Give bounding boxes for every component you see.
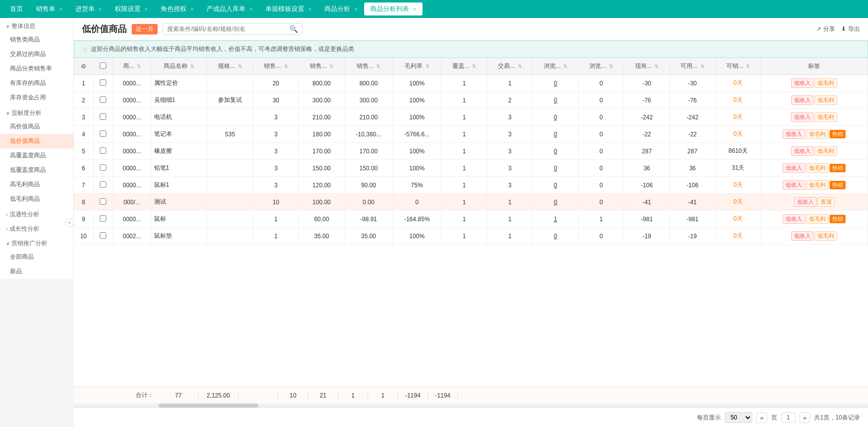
close-icon[interactable]: × [308,6,311,12]
row-checkbox[interactable] [93,228,113,245]
row-view1[interactable]: 0 [533,109,579,126]
row-checkbox[interactable] [93,109,113,126]
row-view1[interactable]: 0 [533,194,579,211]
nav-home[interactable]: 首页 [4,2,29,15]
view1-link[interactable]: 0 [554,199,557,206]
col-checkbox[interactable] [93,58,113,75]
export-button[interactable]: ⬇ 导出 [841,25,860,33]
search-icon[interactable]: 🔍 [289,25,298,33]
col-spec[interactable]: 规格... ⇅ [207,58,253,75]
col-available[interactable]: 可用... ⇅ [669,58,715,75]
data-table-container[interactable]: ⚙ 商... ⇅ 商品名称 ⇅ 规格... ⇅ 销售... ⇅ 销售... ⇅ … [74,58,868,387]
next-page-button[interactable]: » [800,413,810,423]
row-checkbox[interactable] [93,75,113,92]
page-size-select[interactable]: 50 100 [725,412,752,423]
sidebar-collapse-button[interactable]: « [65,218,74,227]
close-icon[interactable]: × [249,6,252,12]
col-name[interactable]: 商品名称 ⇅ [151,58,207,75]
col-sales-amount[interactable]: 销售... ⇅ [299,58,345,75]
nav-stock-in[interactable]: 产成品入库单 × [201,2,258,15]
sidebar-item-traded-products[interactable]: 交易过的商品 [0,47,73,61]
nav-template[interactable]: 单据模板设置 × [259,2,317,15]
row-view1[interactable]: 0 [533,160,579,177]
row-checkbox[interactable] [93,126,113,143]
col-tags[interactable]: 标签 [761,58,868,75]
sidebar-item-high-profit[interactable]: 高毛利商品 [0,177,73,192]
row-select-checkbox[interactable] [100,147,106,154]
view1-link[interactable]: 0 [554,80,557,87]
select-all-checkbox[interactable] [100,62,106,69]
row-checkbox[interactable] [93,92,113,109]
row-select-checkbox[interactable] [100,164,106,171]
sidebar-item-high-coverage[interactable]: 高覆盖度商品 [0,148,73,163]
col-settings[interactable]: ⚙ [74,58,93,75]
row-checkbox[interactable] [93,160,113,177]
sidebar-item-high-value[interactable]: 高价值商品 [0,119,73,134]
sidebar-item-low-coverage[interactable]: 低覆盖度商品 [0,163,73,177]
nav-roles[interactable]: 角色授权 × [155,2,200,15]
time-filter-button[interactable]: 近一月 [132,24,158,34]
row-view1[interactable]: 0 [533,92,579,109]
view1-link[interactable]: 0 [554,131,557,138]
row-select-checkbox[interactable] [100,198,106,205]
search-input[interactable] [167,25,289,32]
sidebar-section-contribution[interactable]: ∨ 贡献度分析 [0,105,73,119]
row-view1[interactable]: 0 [533,75,579,92]
col-sales-qty[interactable]: 销售... ⇅ [253,58,299,75]
row-view1[interactable]: 0 [533,126,579,143]
close-icon[interactable]: × [191,6,194,12]
row-select-checkbox[interactable] [100,79,106,86]
nav-sales[interactable]: 销售单 × [30,2,68,15]
share-button[interactable]: ↗ 分享 [816,25,835,33]
nav-purchase[interactable]: 进货单 × [69,2,108,15]
row-checkbox[interactable] [93,194,113,211]
row-view1[interactable]: 1 [533,211,579,228]
sidebar-section-circulation[interactable]: › 流通性分析 [0,206,73,221]
view1-link[interactable]: 1 [554,216,557,223]
view1-link[interactable]: 0 [554,233,557,240]
sidebar-section-overall[interactable]: ∨ 整体信息 [0,18,73,32]
nav-product-analysis-list[interactable]: 商品分析列表 × [364,2,422,15]
close-icon[interactable]: × [59,6,62,12]
col-coverage[interactable]: 覆盖... ⇅ [441,58,487,75]
view1-link[interactable]: 0 [554,165,557,172]
sidebar-item-category-rate[interactable]: 商品分类销售率 [0,61,73,76]
sidebar-section-growth[interactable]: › 成长性分析 [0,221,73,235]
close-icon[interactable]: × [413,6,416,12]
row-select-checkbox[interactable] [100,96,106,103]
row-checkbox[interactable] [93,211,113,228]
sidebar-item-all-products[interactable]: 全部商品 [0,250,73,264]
row-checkbox[interactable] [93,177,113,194]
col-gross-rate[interactable]: 毛利率 ⇅ [393,58,441,75]
row-select-checkbox[interactable] [100,130,106,137]
col-view2[interactable]: 浏览... ⇅ [578,58,624,75]
row-view1[interactable]: 0 [533,228,579,245]
sidebar-item-sales-products[interactable]: 销售类商品 [0,32,73,47]
sidebar-item-new-products[interactable]: 新品 [0,264,73,279]
row-select-checkbox[interactable] [100,215,106,222]
close-icon[interactable]: × [99,6,102,12]
row-view1[interactable]: 0 [533,177,579,194]
nav-product-analysis[interactable]: 商品分析 × [318,2,363,15]
sidebar-item-low-value[interactable]: 低价值商品 [0,134,73,148]
view1-link[interactable]: 0 [554,97,557,104]
sidebar-item-stock-products[interactable]: 有库存的商品 [0,76,73,90]
prev-page-button[interactable]: « [756,413,767,423]
col-view1[interactable]: 浏览... ⇅ [533,58,579,75]
nav-permissions[interactable]: 权限设置 × [109,2,154,15]
col-trade[interactable]: 交易... ⇅ [487,58,533,75]
close-icon[interactable]: × [145,6,148,12]
horizontal-scrollbar[interactable] [74,404,868,408]
view1-link[interactable]: 0 [554,148,557,155]
row-select-checkbox[interactable] [100,232,106,239]
sidebar-item-low-profit[interactable]: 低毛利商品 [0,192,73,206]
col-sales-amount2[interactable]: 销售... ⇅ [344,58,393,75]
row-checkbox[interactable] [93,143,113,160]
sidebar-section-marketing[interactable]: ∨ 营销推广分析 [0,235,73,250]
sidebar-item-stock-capital[interactable]: 库存资金占用 [0,90,73,105]
row-select-checkbox[interactable] [100,181,106,188]
view1-link[interactable]: 0 [554,114,557,121]
scrollbar-thumb[interactable] [159,404,258,408]
view1-link[interactable]: 0 [554,182,557,189]
col-sellable[interactable]: 可销... ⇅ [715,58,761,75]
